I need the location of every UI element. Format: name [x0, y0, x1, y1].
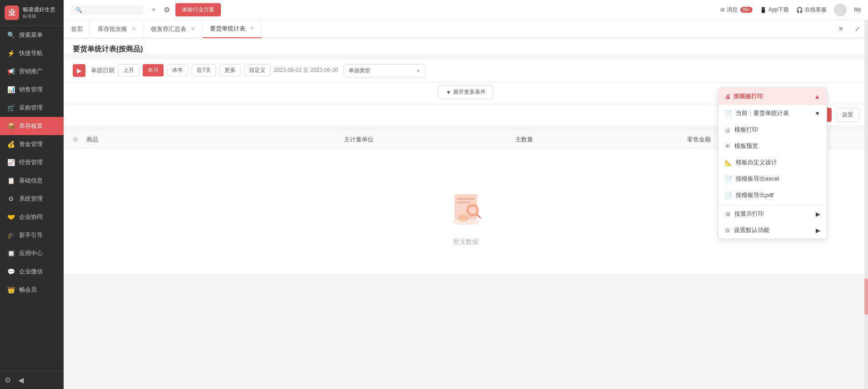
app-logo: 业 畅康通好生意 标准版 — [0, 0, 64, 26]
app-name: 畅康通好生意 标准版 — [23, 6, 55, 20]
tab-close-all-btn[interactable]: ✕ — [834, 23, 847, 35]
sidebar-item-wechat[interactable]: 💬 企业微信 — [0, 263, 64, 281]
sidebar-item-marketing[interactable]: 📢 营销推广 — [0, 62, 64, 81]
set-default-icon: ⚙ — [725, 227, 730, 234]
sidebar-item-basic[interactable]: 📋 基础信息 — [0, 172, 64, 190]
tab-home[interactable]: 首页 — [64, 20, 90, 38]
print-dropdown-title: 🖨 按模板打印 — [725, 92, 763, 101]
set-default-item[interactable]: ⚙ 设置默认功能 ▶ — [718, 222, 827, 238]
collab-icon: 🤝 — [6, 212, 15, 222]
display-print-arrow: ▶ — [816, 211, 820, 217]
template-design-icon: 📐 — [725, 159, 732, 166]
date-btn-this-year[interactable]: 本年 — [167, 64, 188, 76]
topbar: 🔍 ▼ ⚙ 体验行业方案 ✉ 消息 99+ 📱 App下载 🎧 在线客服 Rit — [64, 0, 868, 20]
sidebar-settings-icon[interactable]: ⚙ — [5, 376, 11, 384]
sidebar-item-label: 畅会员 — [19, 286, 37, 294]
sidebar-item-purchase[interactable]: 🛒 采购管理 — [0, 99, 64, 117]
display-print-item[interactable]: 🖥 按显示打印 ▶ — [718, 206, 827, 222]
sidebar-item-label: 销售管理 — [19, 86, 43, 94]
current-template-icon: 📄 — [725, 110, 732, 117]
tab-label: 收发存汇总表 — [151, 25, 186, 33]
template-preview-item[interactable]: 👁 模板预览 — [718, 138, 827, 154]
trial-btn[interactable]: 体验行业方案 — [175, 3, 221, 16]
sidebar-item-label: 企业协同 — [19, 213, 43, 221]
user-avatar[interactable] — [834, 4, 847, 16]
tab-home-label: 首页 — [71, 25, 83, 33]
template-export-excel-item[interactable]: 📄 按模板导出excel — [718, 171, 827, 187]
template-export-pdf-item[interactable]: 📄 按模板导出pdf — [718, 187, 827, 203]
newbie-icon: 🎓 — [6, 231, 15, 240]
message-btn[interactable]: ✉ 消息 99+ — [720, 6, 753, 14]
date-btn-this-month[interactable]: 本月 — [143, 64, 164, 76]
date-range-label: 2023-06-01 至 2023-06-30 — [274, 66, 338, 74]
settings-btn[interactable]: 设置 — [836, 108, 859, 122]
template-print-icon: 🖨 — [725, 126, 731, 133]
tab-actions: ✕ ⤢ — [834, 23, 868, 35]
print-dropdown-close-btn[interactable]: ▲ — [814, 93, 820, 100]
sidebar-collapse-icon[interactable]: ◀ — [18, 376, 24, 384]
empty-illustration — [443, 185, 489, 231]
search-icon: 🔍 — [75, 7, 82, 13]
sidebar: 业 畅康通好生意 标准版 🔍 搜索菜单 ⚡ 快捷导航 📢 营销推广 📊 销售管理… — [0, 0, 64, 389]
finance-icon: 💰 — [6, 140, 15, 149]
sidebar-item-label: 应用中心 — [19, 249, 43, 258]
expand-icon: ▼ — [446, 89, 451, 96]
sidebar-item-inventory[interactable]: 📦 库存核算 — [0, 117, 64, 135]
page-scrollbar[interactable] — [864, 38, 868, 389]
date-btn-more[interactable]: 更多 — [219, 64, 240, 76]
sidebar-item-system[interactable]: ⚙ 系统管理 — [0, 190, 64, 208]
template-print-item[interactable]: 🖨 模板打印 — [718, 121, 827, 138]
sidebar-item-apps[interactable]: 🔲 应用中心 — [0, 244, 64, 263]
sidebar-item-member[interactable]: 👑 畅会员 — [0, 281, 64, 299]
topbar-settings-icon[interactable]: ⚙ — [164, 5, 170, 14]
print-current-item[interactable]: 📄 当前：要货单统计表 ▼ — [718, 105, 827, 121]
purchase-icon: 🛒 — [6, 103, 15, 112]
topbar-search-box[interactable]: 🔍 — [71, 5, 144, 15]
col-settings-icon[interactable]: ⚙ — [73, 136, 86, 143]
col-product: 商品 — [86, 136, 344, 144]
sidebar-item-sales[interactable]: 📊 销售管理 — [0, 81, 64, 99]
sidebar-item-search[interactable]: 🔍 搜索菜单 — [0, 26, 64, 44]
order-type-select[interactable]: 单据类型 ▼ — [344, 64, 425, 77]
sidebar-item-quick-nav[interactable]: ⚡ 快捷导航 — [0, 44, 64, 62]
sidebar-item-operation[interactable]: 📈 经营管理 — [0, 153, 64, 172]
sidebar-item-label: 营销推广 — [19, 67, 43, 76]
filter-expand-icon[interactable]: ▶ — [73, 64, 85, 77]
sidebar-item-label: 库存核算 — [19, 122, 43, 130]
tab-close-icon[interactable]: ✕ — [250, 25, 254, 31]
date-filter-section: 单据日期 上月 本月 本年 近7天 更多 自定义 2023-06-01 至 20… — [91, 64, 338, 76]
sidebar-item-collab[interactable]: 🤝 企业协同 — [0, 208, 64, 226]
date-btn-last-month[interactable]: 上月 — [118, 64, 139, 76]
sidebar-item-finance[interactable]: 💰 资金管理 — [0, 135, 64, 153]
empty-text: 暂无数据 — [453, 238, 479, 246]
tab-close-icon[interactable]: ✕ — [132, 26, 136, 32]
topbar-right: ✉ 消息 99+ 📱 App下载 🎧 在线客服 Rit — [720, 4, 861, 16]
filter-bar: ▶ 单据日期 上月 本月 本年 近7天 更多 自定义 2023-06-01 至 … — [64, 60, 868, 82]
page-title: 要货单统计表(按商品) — [73, 45, 859, 54]
tab-receipt-summary[interactable]: 收发存汇总表 ✕ — [144, 20, 203, 38]
operation-icon: 📈 — [6, 158, 15, 167]
dropdown-arrow-icon[interactable]: ▼ — [149, 7, 158, 13]
sidebar-item-newbie[interactable]: 🎓 新手引导 — [0, 226, 64, 244]
tab-label: 库存批次账 — [98, 25, 127, 33]
online-service-btn[interactable]: 🎧 在线客服 — [796, 6, 827, 14]
tab-batch-account[interactable]: 库存批次账 ✕ — [90, 20, 144, 38]
date-btn-7days[interactable]: 近7天 — [192, 64, 216, 76]
tab-expand-btn[interactable]: ⤢ — [851, 23, 863, 35]
display-print-icon: 🖥 — [725, 211, 731, 217]
current-template-arrow: ▼ — [814, 110, 820, 117]
tab-close-icon[interactable]: ✕ — [191, 26, 195, 32]
tab-order-stats[interactable]: 要货单统计表 ✕ — [203, 20, 262, 38]
app-download-btn[interactable]: 📱 App下载 — [760, 6, 789, 14]
main-content: 🔍 ▼ ⚙ 体验行业方案 ✉ 消息 99+ 📱 App下载 🎧 在线客服 Rit — [64, 0, 868, 389]
date-filter-label: 单据日期 — [91, 66, 115, 75]
svg-rect-3 — [457, 202, 470, 203]
logo-icon: 业 — [5, 5, 19, 20]
col-qty: 主数量 — [515, 136, 687, 144]
basic-icon: 📋 — [6, 176, 15, 185]
date-btn-custom[interactable]: 自定义 — [244, 64, 270, 76]
apps-icon: 🔲 — [6, 249, 15, 258]
sidebar-item-label: 快捷导航 — [19, 49, 43, 57]
template-design-item[interactable]: 📐 模板自定义设计 — [718, 154, 827, 171]
expand-more-btn[interactable]: ▼ 展开更多条件 — [438, 85, 494, 99]
